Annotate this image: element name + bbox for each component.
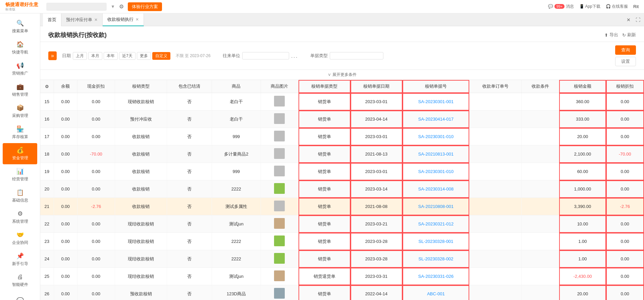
cell-product-image [261,285,299,300]
export-button[interactable]: ⬆ 导出 [604,32,618,38]
cell-include-settled: 否 [167,128,212,145]
cell-bill-no: ABC-001 [402,285,470,300]
tab-receipt-verify-close-icon[interactable]: ✕ [136,17,139,22]
cell-id: 22 [40,215,54,233]
bill-no-link[interactable]: SA-20230414-017 [418,117,454,122]
cell-cash-discount: -70.00 [77,145,115,163]
cell-bill-type: 销货单 [299,145,351,163]
filter-billtype-select[interactable] [330,52,383,59]
tab-prepaid[interactable]: 预付冲应付单 ✕ [61,13,103,26]
cell-verify-type: 现销收款核销 [115,93,167,111]
col-header-bill-no: 核销单据号 [402,80,470,93]
cell-include-settled: 否 [167,268,212,285]
cell-product-image [261,180,299,198]
finance-icon: 💰 [16,146,24,154]
cell-cash-discount: 0.00 [77,233,115,250]
cell-balance: 0.00 [54,128,77,145]
sidebar-item-inventory[interactable]: 🏪 库存核算 [0,122,40,143]
cell-receipt-condition [521,268,559,285]
system-icon: ⚙ [17,210,23,217]
cell-id: 16 [40,111,54,128]
query-button[interactable]: 查询 [615,45,636,55]
filter-billtype-group: 单据类型 [310,52,383,59]
bill-no-link[interactable]: SL-20230328-002 [418,256,453,261]
bill-no-link[interactable]: SA-20230321-012 [418,221,454,226]
tab-expand-icon[interactable]: ⛶ [635,16,641,23]
cell-receipt-order [469,198,521,215]
cell-product: 2222 [212,250,261,268]
online-service-link[interactable]: 🎧 在线客服 [606,4,628,9]
bill-no-link[interactable]: SA-20210808-001 [418,204,454,209]
filter-this-year-btn[interactable]: 本年 [104,52,118,60]
sidebar-item-finance[interactable]: 💰 资金管理 [3,143,37,164]
cell-product-image [261,111,299,128]
cell-balance: 0.00 [54,93,77,111]
cell-balance: 0.00 [54,111,77,128]
sidebar-item-basicinfo[interactable]: 📋 基础信息 [0,185,40,207]
cell-bill-no: SA-20230301-001 [402,93,470,111]
sidebar-item-operations[interactable]: 📊 经营管理 [0,164,40,185]
filter-partner-input[interactable] [242,52,289,59]
tab-home[interactable]: 首页 [43,13,61,26]
cell-bill-date: 2023-03-14 [351,180,402,198]
sidebar-item-wechat[interactable]: 💬 企业微信 [0,294,40,300]
cell-verify-amount: 60.00 [559,163,606,180]
sidebar-item-system[interactable]: ⚙ 系统管理 [0,207,40,228]
cell-cash-discount: 0.00 [77,93,115,111]
chevron-down-icon[interactable]: ▼ [111,4,115,9]
filter-custom-btn[interactable]: 自定义 [152,52,170,60]
bill-no-link[interactable]: SL-20230328-001 [418,239,453,244]
col-header-verify-type: 核销类型 [115,80,167,93]
filter-7days-btn[interactable]: 近7天 [119,52,136,60]
solution-button[interactable]: 体验行业方案 [128,2,162,11]
sidebar-item-guide[interactable]: 📌 新手引导 [0,249,40,270]
cell-bill-date: 2023-03-28 [351,233,402,250]
setting-button[interactable]: 设置 [615,57,636,66]
app-download-link[interactable]: 📱 App下载 [579,4,600,9]
filter-partner-label: 往来单位 [223,53,240,59]
cell-include-settled: 否 [167,198,212,215]
sidebar-item-quicknav[interactable]: 🏠 快捷导航 [0,37,40,58]
marketing-icon: 📢 [16,62,24,69]
wechat-icon: 💬 [16,297,24,300]
cell-verify-discount: 0.00 [606,163,644,180]
cell-verify-amount: 20.00 [559,285,606,300]
cell-bill-date: 2023-03-21 [351,215,402,233]
sidebar-item-search[interactable]: 🔍 搜索菜单 [0,16,40,37]
filter-more-btn[interactable]: 更多 [137,52,151,60]
cell-bill-date: 2023-03-31 [351,268,402,285]
message-icon[interactable]: 💬 99+ 消息 [548,4,574,9]
bill-no-link[interactable]: SA-20230301-001 [418,99,454,104]
cell-receipt-order [469,163,521,180]
bill-no-link[interactable]: SA-20230301-010 [418,134,454,139]
sidebar-item-collab[interactable]: 🤝 企业协同 [0,228,40,249]
gear-settings-icon[interactable]: ⚙ [119,3,124,10]
sidebar-item-marketing[interactable]: 📢 营销推广 [0,58,40,80]
col-header-balance: 余额 [54,80,77,93]
sidebar-item-sales[interactable]: 💼 销售管理 [0,80,40,101]
cell-bill-type: 销货单 [299,198,351,215]
filter-expand-button[interactable]: » [48,51,57,60]
bill-no-link[interactable]: SA-20230314-008 [418,186,454,191]
cell-bill-date: 2023-03-28 [351,250,402,268]
filter-last-month-btn[interactable]: 上月 [73,52,87,60]
cell-verify-discount: -70.00 [606,145,644,163]
header-actions: ⬆ 导出 ↻ 刷新 [604,32,636,38]
cell-product-image [261,268,299,285]
main-table: ⚙ 余额 现金折扣 核销类型 包含已结清 商品 商品图片 核销单据类型 核销单据… [40,80,644,300]
bill-no-link[interactable]: ABC-001 [427,291,445,296]
expand-more-btn[interactable]: ∨ 展开更多条件 [328,72,356,78]
cell-verify-discount: 0.00 [606,111,644,128]
sidebar-item-hardware[interactable]: 🖨 智能硬件 [0,270,40,291]
bill-no-link[interactable]: SA-20230301-010 [418,169,454,174]
bill-no-link[interactable]: SA-20230331-026 [418,274,454,279]
tab-close-all-icon[interactable]: ✕ [625,16,632,23]
col-header-settings[interactable]: ⚙ [40,80,54,93]
refresh-button[interactable]: ↻ 刷新 [622,32,636,38]
bill-no-link[interactable]: SA-20210813-001 [418,152,454,157]
filter-this-month-btn[interactable]: 本月 [88,52,102,60]
tab-prepaid-close-icon[interactable]: ✕ [94,17,98,22]
tab-receipt-verify[interactable]: 收款核销执行 ✕ [103,13,144,26]
sidebar-item-purchase[interactable]: 📦 采购管理 [0,101,40,122]
cell-balance: 0.00 [54,163,77,180]
